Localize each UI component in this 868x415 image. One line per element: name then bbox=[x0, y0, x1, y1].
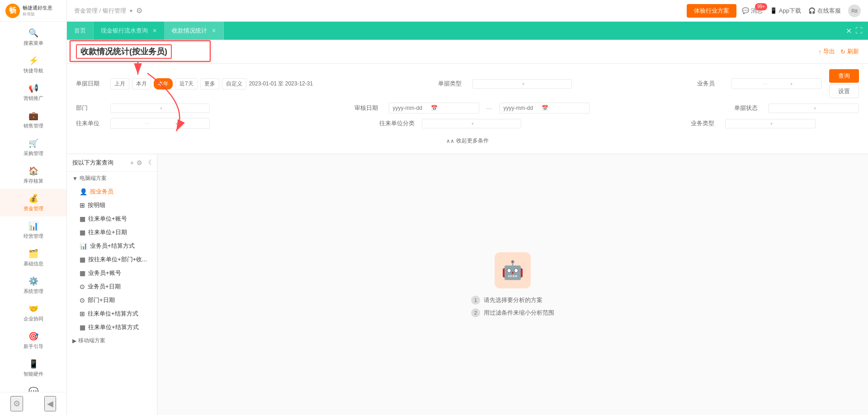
scheme-partner-date[interactable]: ▦ 往来单位+日期 bbox=[67, 226, 157, 239]
sidebar-item-basic[interactable]: 🗂️ 基础信息 bbox=[0, 244, 66, 272]
tab-expand-btn[interactable]: ⛶ bbox=[855, 27, 863, 35]
sidebar-settings-btn[interactable]: ⚙ bbox=[10, 396, 23, 411]
date-btn-more[interactable]: 更多 bbox=[200, 78, 219, 90]
dept-select[interactable]: ▾ bbox=[110, 104, 210, 113]
refresh-icon: ↻ bbox=[840, 48, 845, 55]
scheme-partner-dept[interactable]: ▦ 按往来单位+部门+收... bbox=[67, 253, 157, 266]
sidebar-item-quick-nav[interactable]: ⚡ 快捷导航 bbox=[0, 51, 66, 79]
voucher-type-label: 单据类型 bbox=[438, 80, 465, 88]
tree-toggle-desktop[interactable]: ▼ bbox=[72, 175, 78, 182]
detail-icon: ⊞ bbox=[80, 202, 85, 209]
review-date-start-input[interactable] bbox=[393, 105, 429, 111]
scheme-partner-account[interactable]: ▦ 往来单位+账号 bbox=[67, 212, 157, 226]
user-avatar[interactable]: Rit bbox=[848, 5, 861, 17]
tree-toggle-mobile[interactable]: ▶ bbox=[72, 338, 76, 344]
sidebar-item-purchase[interactable]: 🛒 采购管理 bbox=[0, 134, 66, 161]
right-content: 🤖 1 请先选择要分析的方案 2 用过滤条件来缩小分析范围 bbox=[157, 154, 868, 415]
tab-home[interactable]: 首页 bbox=[67, 22, 94, 40]
tab-close-all-btn[interactable]: ✕ bbox=[846, 27, 852, 35]
enterprise-icon: 🤝 bbox=[28, 304, 38, 314]
voucher-status-arrow-icon: ▾ bbox=[814, 106, 855, 111]
partner-more-icon: ··· bbox=[145, 120, 175, 127]
dept-arrow-icon: ▾ bbox=[160, 106, 206, 111]
sidebar-item-finance[interactable]: 💰 资金管理 bbox=[0, 189, 66, 217]
scheme-salesperson-account[interactable]: ▦ 业务员+账号 bbox=[67, 266, 157, 280]
sidebar-item-inventory[interactable]: 🏠 库存核算 bbox=[0, 161, 66, 189]
partner-arrow-icon: ▾ bbox=[175, 121, 206, 126]
app-download-btn[interactable]: 📱 App下载 bbox=[770, 7, 801, 15]
table3-icon: ▦ bbox=[80, 256, 85, 263]
business-type-arrow-icon: ▾ bbox=[770, 121, 811, 126]
message-btn[interactable]: 💬 消息 99+ bbox=[742, 7, 763, 15]
setting-btn[interactable]: 设置 bbox=[829, 85, 859, 98]
panel-collapse-btn[interactable]: 《 bbox=[145, 159, 151, 167]
sidebar-item-enterprise[interactable]: 🤝 企业协同 bbox=[0, 299, 66, 327]
filter-row-partner: 往来单位 ··· ▾ 往来单位分类 ▾ 业务类型 ▾ bbox=[76, 118, 859, 129]
scheme-dept-date[interactable]: ⊙ 部门+日期 bbox=[67, 293, 157, 307]
empty-step-1: 1 请先选择要分析的方案 bbox=[471, 296, 554, 305]
sidebar-item-sales[interactable]: 💼 销售管理 bbox=[0, 106, 66, 134]
date-btn-last-month[interactable]: 上月 bbox=[110, 78, 129, 90]
sidebar-item-search-menu[interactable]: 🔍 搜索菜单 bbox=[0, 24, 66, 51]
date-btn-this-year[interactable]: 本年 bbox=[154, 78, 173, 90]
marketing-icon: 📢 bbox=[28, 83, 38, 93]
review-date-end[interactable]: 📅 bbox=[500, 103, 590, 113]
sidebar-collapse-btn[interactable]: ◀ bbox=[44, 396, 56, 411]
voucher-type-arrow-icon: ▾ bbox=[522, 81, 568, 86]
sidebar-footer: ⚙ ◀ bbox=[0, 392, 66, 415]
online-service-btn[interactable]: 🎧 在线客服 bbox=[808, 7, 841, 15]
tab-bank-flow-close[interactable]: ✕ bbox=[152, 28, 157, 34]
left-panel-actions: + ⚙ 《 bbox=[130, 159, 151, 167]
scheme-by-salesperson[interactable]: 👤 按业务员 bbox=[67, 185, 157, 198]
voucher-status-label: 单据状态 bbox=[734, 104, 761, 112]
scheme-salesperson-settlement[interactable]: 📊 业务员+结算方式 bbox=[67, 239, 157, 253]
sidebar-item-hardware[interactable]: 📱 智能硬件 bbox=[0, 354, 66, 382]
sidebar-item-marketing[interactable]: 📢 营销推广 bbox=[0, 79, 66, 106]
scheme-partner-settlement2[interactable]: ▦ 往来单位+结算方式 bbox=[67, 321, 157, 334]
query-btn[interactable]: 查询 bbox=[829, 69, 859, 83]
quick-nav-icon: ⚡ bbox=[28, 56, 38, 66]
empty-steps: 1 请先选择要分析的方案 2 用过滤条件来缩小分析范围 bbox=[471, 296, 554, 317]
sidebar-item-operations[interactable]: 📊 经营管理 bbox=[0, 217, 66, 244]
export-btn[interactable]: ↑ 导出 bbox=[819, 47, 835, 56]
breadcrumb: 资金管理 / 银行管理 bbox=[74, 7, 126, 15]
business-type-select[interactable]: ▾ bbox=[725, 119, 816, 128]
refresh-btn[interactable]: ↻ 刷新 bbox=[840, 47, 859, 56]
date-btn-custom[interactable]: 自定义 bbox=[222, 78, 246, 90]
operations-icon: 📊 bbox=[28, 221, 38, 231]
dept-label: 部门 bbox=[76, 104, 103, 112]
sidebar-item-wechat[interactable]: 💬 企业微信 bbox=[0, 382, 66, 392]
collapse-icon: ∧∧ bbox=[446, 138, 454, 144]
voucher-type-select[interactable]: ▾ bbox=[472, 79, 572, 89]
review-date-start[interactable]: 📅 bbox=[389, 103, 479, 113]
download-icon: 📱 bbox=[770, 7, 777, 14]
panel-gear-btn[interactable]: ⚙ bbox=[137, 159, 142, 166]
tab-collection-stats-close[interactable]: ✕ bbox=[212, 28, 216, 34]
scheme-partner-settlement1[interactable]: ⊞ 往来单位+结算方式 bbox=[67, 307, 157, 321]
calendar-end-icon[interactable]: 📅 bbox=[542, 105, 548, 111]
date-btn-7days[interactable]: 近7天 bbox=[175, 78, 198, 90]
panel-add-btn[interactable]: + bbox=[130, 159, 134, 166]
review-date-end-input[interactable] bbox=[504, 105, 540, 111]
voucher-status-select[interactable]: ▾ bbox=[769, 104, 859, 113]
scheme-salesperson-date[interactable]: ⊙ 业务员+日期 bbox=[67, 280, 157, 293]
tab-collection-stats[interactable]: 收款情况统计 ✕ bbox=[165, 22, 224, 40]
scheme-by-detail[interactable]: ⊞ 按明细 bbox=[67, 198, 157, 212]
collapse-btn[interactable]: ∧∧ 收起更多条件 bbox=[446, 137, 489, 145]
salesperson-arrow-icon: ▾ bbox=[790, 81, 818, 86]
partner-type-select[interactable]: ▾ bbox=[422, 119, 521, 128]
sales-icon: 💼 bbox=[28, 111, 38, 121]
trial-button[interactable]: 体验行业方案 bbox=[687, 4, 736, 18]
empty-illustration: 🤖 1 请先选择要分析的方案 2 用过滤条件来缩小分析范围 bbox=[471, 252, 554, 317]
sidebar-item-system[interactable]: ⚙️ 系统管理 bbox=[0, 272, 66, 299]
topbar-gear-btn[interactable]: ⚙ bbox=[136, 6, 142, 15]
calendar-start-icon[interactable]: 📅 bbox=[431, 105, 438, 111]
tab-bank-flow[interactable]: 现金银行流水查询 ✕ bbox=[94, 22, 165, 40]
robot-illustration: 🤖 bbox=[495, 252, 531, 288]
salesperson-select[interactable]: ··· ▾ bbox=[731, 78, 822, 89]
filter-row-date: 单据日期 上月 本月 本年 近7天 更多 自定义 2023-01-01 至 20… bbox=[76, 69, 859, 98]
breadcrumb-dropdown[interactable]: ▾ bbox=[130, 8, 132, 14]
sidebar-item-guide[interactable]: 🎯 新手引导 bbox=[0, 327, 66, 354]
partner-select[interactable]: ··· ▾ bbox=[110, 118, 210, 129]
date-btn-this-month[interactable]: 本月 bbox=[132, 78, 151, 90]
